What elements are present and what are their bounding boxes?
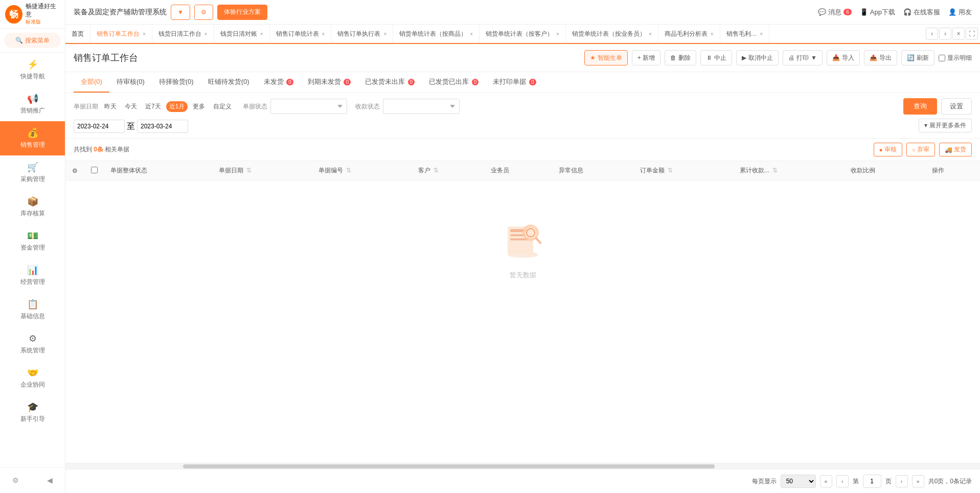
sidebar-item-guide[interactable]: 🎓 新手引导 bbox=[0, 395, 65, 430]
status-tab-wangpu-ship[interactable]: 旺铺待发货(0) bbox=[201, 72, 257, 93]
date-from-input[interactable] bbox=[74, 120, 125, 133]
online-service-item[interactable]: 🎧 在线客服 bbox=[903, 8, 940, 17]
import-button[interactable]: 📥 导入 bbox=[827, 50, 860, 65]
cancel-audit-toolbar-button[interactable]: ○ 弃审 bbox=[906, 143, 935, 156]
first-page-button[interactable]: « bbox=[820, 475, 832, 487]
sidebar-item-quicknav[interactable]: ⚡ 快捷导航 bbox=[0, 53, 65, 87]
user-item[interactable]: 👤 用友 bbox=[948, 8, 972, 17]
status-tab-unprinted[interactable]: 未打印单据 0 bbox=[486, 72, 543, 93]
tab-money-reconcile[interactable]: 钱货日清对账 × bbox=[214, 25, 270, 43]
date-yesterday-btn[interactable]: 昨天 bbox=[101, 101, 120, 112]
expand-filters-button[interactable]: ▾ 展开更多条件 bbox=[919, 119, 972, 132]
status-tab-overdue-unshipped[interactable]: 到期未发货 0 bbox=[301, 72, 358, 93]
tab-fullscreen-button[interactable]: ⛶ bbox=[966, 28, 978, 40]
dropdown-button[interactable]: ▼ bbox=[171, 5, 190, 20]
col-checkbox[interactable] bbox=[84, 161, 104, 181]
sidebar-item-operations[interactable]: 📊 经营管理 bbox=[0, 258, 65, 293]
col-collected-sort-icon[interactable]: ⇅ bbox=[772, 167, 778, 174]
tab-home[interactable]: 首页 bbox=[65, 25, 90, 43]
sidebar-item-inventory[interactable]: 📦 库存核算 bbox=[0, 190, 65, 224]
payment-filter-select[interactable] bbox=[383, 99, 460, 114]
search-menu-button[interactable]: 🔍 搜索菜单 bbox=[4, 33, 61, 48]
tab-close-money-daily[interactable]: × bbox=[204, 31, 208, 37]
status-filter-select[interactable] bbox=[270, 99, 347, 114]
status-tab-pending-audit[interactable]: 待审核(0) bbox=[109, 72, 152, 93]
tab-gross-profit[interactable]: 商品毛利分析表 × bbox=[658, 25, 720, 43]
smart-create-button[interactable]: ★ 智能生单 bbox=[584, 50, 628, 65]
sidebar-item-marketing[interactable]: 📢 营销推广 bbox=[0, 87, 65, 121]
col-customer-sort-icon[interactable]: ⇅ bbox=[434, 167, 439, 174]
tab-goods-stats[interactable]: 销货单统计表（按商品） × bbox=[393, 25, 480, 43]
date-1month-btn[interactable]: 近1月 bbox=[166, 101, 188, 112]
sidebar-item-cooperation[interactable]: 🤝 企业协同 bbox=[0, 361, 65, 395]
page-size-select[interactable]: 10 20 50 100 bbox=[781, 475, 816, 488]
col-settings[interactable]: ⚙ bbox=[65, 161, 84, 181]
add-button[interactable]: + 新增 bbox=[632, 50, 660, 65]
status-tab-unshipped[interactable]: 未发货 0 bbox=[257, 72, 301, 93]
tab-close-money-reconcile[interactable]: × bbox=[260, 31, 263, 37]
message-item[interactable]: 💬 消息 6 bbox=[818, 8, 852, 17]
last-page-button[interactable]: » bbox=[912, 475, 924, 487]
tab-close-all-button[interactable]: × bbox=[952, 28, 965, 40]
col-collected[interactable]: 累计收款... ⇅ bbox=[734, 161, 845, 181]
sidebar-item-basicinfo[interactable]: 📋 基础信息 bbox=[0, 293, 65, 327]
status-tab-shipped-not-out[interactable]: 已发货未出库 0 bbox=[358, 72, 422, 93]
tab-money-daily[interactable]: 钱货日清工作台 × bbox=[152, 25, 214, 43]
tab-close-sales-workbench[interactable]: × bbox=[143, 31, 146, 37]
industry-solution-button[interactable]: 体验行业方案 bbox=[217, 5, 267, 20]
refresh-button[interactable]: 🔄 刷新 bbox=[901, 50, 935, 65]
col-number-sort-icon[interactable]: ⇅ bbox=[346, 167, 351, 174]
status-tab-pending-inspect[interactable]: 待择验货(0) bbox=[152, 72, 201, 93]
date-more-btn[interactable]: 更多 bbox=[190, 101, 208, 112]
status-tab-all[interactable]: 全部(0) bbox=[74, 72, 109, 93]
col-customer[interactable]: 客户 ⇅ bbox=[412, 161, 485, 181]
tab-close-customer-stats[interactable]: × bbox=[556, 31, 559, 37]
select-all-checkbox[interactable] bbox=[91, 167, 98, 173]
date-custom-btn[interactable]: 自定义 bbox=[210, 101, 235, 112]
export-button[interactable]: 📤 导出 bbox=[864, 50, 897, 65]
ship-toolbar-button[interactable]: 🚚 发货 bbox=[939, 143, 972, 156]
col-amount-sort-icon[interactable]: ⇅ bbox=[668, 167, 673, 174]
sidebar-item-finance[interactable]: 💵 资金管理 bbox=[0, 224, 65, 258]
print-button[interactable]: 🖨 打印 ▼ bbox=[783, 50, 823, 65]
delete-button[interactable]: 🗑 删除 bbox=[665, 50, 696, 65]
settings-gear-button[interactable]: ⚙ bbox=[194, 5, 213, 20]
tab-close-sales-exec[interactable]: × bbox=[383, 31, 386, 37]
app-download-item[interactable]: 📱 App下载 bbox=[860, 8, 895, 17]
tab-sales-gross[interactable]: 销售毛利… × bbox=[720, 25, 770, 43]
audit-toolbar-button[interactable]: ● 审核 bbox=[874, 143, 902, 156]
col-salesman[interactable]: 业务员 bbox=[485, 161, 552, 181]
page-number-input[interactable] bbox=[863, 475, 881, 488]
tab-salesman-stats[interactable]: 销货单统计表（按业务员） × bbox=[566, 25, 658, 43]
tab-sales-workbench[interactable]: 销售订单工作台 × bbox=[90, 25, 152, 44]
tab-close-goods-stats[interactable]: × bbox=[470, 31, 473, 37]
search-button[interactable]: 查询 bbox=[903, 98, 937, 115]
sidebar-item-purchase[interactable]: 🛒 采购管理 bbox=[0, 155, 65, 190]
show-detail-checkbox-label[interactable]: 显示明细 bbox=[939, 54, 972, 62]
horizontal-scrollbar[interactable] bbox=[65, 463, 980, 469]
prev-page-button[interactable]: ‹ bbox=[836, 475, 849, 487]
status-tab-shipped-out[interactable]: 已发货已出库 0 bbox=[422, 72, 486, 93]
col-amount[interactable]: 订单金额 ⇅ bbox=[634, 161, 734, 181]
tab-sales-stats[interactable]: 销售订单统计表 × bbox=[270, 25, 332, 43]
date-7days-btn[interactable]: 近7天 bbox=[142, 101, 164, 112]
tab-sales-exec[interactable]: 销售订单执行表 × bbox=[331, 25, 393, 43]
setup-button[interactable]: 设置 bbox=[941, 98, 972, 115]
tab-close-salesman-stats[interactable]: × bbox=[649, 31, 652, 37]
tab-close-sales-stats[interactable]: × bbox=[322, 31, 325, 37]
tab-customer-stats[interactable]: 销货单统计表（按客户） × bbox=[480, 25, 566, 43]
date-today-btn[interactable]: 今天 bbox=[122, 101, 140, 112]
suspend-button[interactable]: ⏸ 中止 bbox=[700, 50, 732, 65]
date-to-input[interactable] bbox=[137, 120, 188, 133]
scrollbar-thumb[interactable] bbox=[183, 464, 715, 468]
col-date[interactable]: 单据日期 ⇅ bbox=[213, 161, 312, 181]
collapse-button[interactable]: ◀ bbox=[39, 473, 60, 488]
show-detail-checkbox[interactable] bbox=[939, 55, 945, 61]
sidebar-item-sales[interactable]: 💰 销售管理 bbox=[0, 121, 65, 155]
tab-close-gross-profit[interactable]: × bbox=[711, 31, 714, 37]
col-number[interactable]: 单据编号 ⇅ bbox=[312, 161, 412, 181]
sidebar-item-system[interactable]: ⚙ 系统管理 bbox=[0, 327, 65, 361]
next-page-button[interactable]: › bbox=[896, 475, 908, 487]
tab-close-sales-gross[interactable]: × bbox=[760, 31, 763, 37]
cancel-suspend-button[interactable]: ▶ 取消中止 bbox=[736, 50, 779, 65]
